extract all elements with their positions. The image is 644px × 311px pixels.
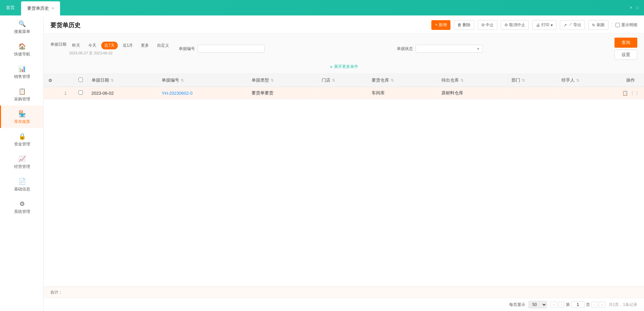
print-button[interactable]: 🖨 打印 ▾: [532, 20, 556, 30]
sidebar-item-search-menu[interactable]: 🔍 搜索菜单: [0, 15, 43, 38]
window-maximize-icon[interactable]: □: [636, 5, 639, 10]
page-unit: 页: [586, 302, 590, 308]
row-actions: 📋 ⋮⋮: [622, 90, 640, 96]
sidebar-item-quick-nav[interactable]: 🏠 快捷导航: [0, 38, 43, 60]
expand-more-icon: ∨: [330, 64, 333, 69]
date-preset-1month[interactable]: 近1月: [120, 42, 136, 49]
col-header-department[interactable]: 部门 ⇅: [507, 74, 557, 87]
stop-button[interactable]: ⊘ 中止: [478, 20, 497, 30]
row-store-cell: [317, 87, 367, 99]
row-checkbox[interactable]: [78, 90, 83, 95]
window-close-icon[interactable]: ×: [630, 5, 632, 10]
purchase-mgmt-icon: 📋: [18, 88, 26, 95]
sidebar-item-quick-nav-label: 快捷导航: [14, 51, 30, 57]
col-header-doc-type[interactable]: 单据类型 ⇅: [247, 74, 317, 87]
last-page-button[interactable]: »: [599, 302, 605, 308]
filter-row-1: 单据日期 昨天 今天 近7天 近1月 更多 自定义 2: [50, 38, 637, 60]
doc-number-input[interactable]: [198, 45, 265, 53]
col-department-sort-icon: ⇅: [522, 78, 525, 83]
col-header-doc-number[interactable]: 单据编号 ⇅: [158, 74, 248, 87]
col-header-date[interactable]: 单据日期 ⇅: [87, 74, 158, 87]
tab-requisition-history-label: 要货单历史: [27, 5, 49, 11]
page-title: 要货单历史: [50, 21, 80, 29]
display-detail-text: 显示明细: [621, 22, 637, 28]
row-more-icon[interactable]: ⋮⋮: [630, 90, 639, 96]
sidebar-item-purchase-mgmt[interactable]: 📋 采购管理: [0, 83, 43, 105]
sidebar-item-operations-label: 经营管理: [14, 164, 30, 170]
col-header-req-warehouse[interactable]: 要货仓库 ⇅: [367, 74, 437, 87]
page-input[interactable]: [571, 301, 585, 308]
new-button[interactable]: + 新增: [431, 20, 450, 30]
date-preset-custom[interactable]: 自定义: [154, 42, 172, 49]
col-store-label: 门店: [322, 77, 330, 83]
date-preset-7days[interactable]: 近7天: [101, 42, 118, 49]
row-doc-number-cell: YH-20230602-0: [158, 87, 248, 99]
col-store-sort-icon: ⇅: [332, 78, 335, 83]
next-page-button[interactable]: ›: [591, 302, 597, 308]
print-dropdown-icon: ▾: [551, 23, 553, 28]
tab-close-icon[interactable]: ×: [52, 6, 54, 11]
sidebar-item-system-mgmt[interactable]: ⚙ 系统管理: [0, 195, 43, 218]
delete-button[interactable]: 🗑 删除: [454, 20, 474, 30]
row-edit-icon[interactable]: 📋: [622, 90, 628, 96]
prev-page-button[interactable]: ‹: [558, 302, 565, 308]
col-date-label: 单据日期: [92, 77, 109, 83]
sidebar: 🔍 搜索菜单 🏠 快捷导航 📊 销售管理 📋 采购管理 🏪 库存核算 🔒: [0, 15, 44, 311]
col-header-check: [74, 74, 87, 87]
sidebar-item-sales-label: 销售管理: [14, 74, 30, 80]
sidebar-item-inventory[interactable]: 🏪 库存核算: [0, 105, 43, 128]
col-header-setting[interactable]: ⚙: [44, 74, 57, 87]
tab-requisition-history[interactable]: 要货单历史 ×: [21, 1, 60, 17]
col-doc-number-sort-icon: ⇅: [181, 78, 184, 83]
table-container: ⚙ 单据日期 ⇅: [44, 74, 644, 286]
sidebar-item-sales-mgmt[interactable]: 📊 销售管理: [0, 60, 43, 83]
col-header-actions: 操作: [617, 74, 644, 87]
sidebar-item-inventory-label: 库存核算: [14, 119, 30, 125]
print-icon: 🖨: [536, 23, 540, 28]
top-bar: 首页 要货单历史 × × □: [0, 0, 644, 15]
date-presets: 昨天 今天 近7天 近1月 更多 自定义: [69, 42, 172, 49]
table-row: 1 2023-06-02 YH-20230602-0 要货单要货: [44, 87, 644, 99]
select-all-checkbox[interactable]: [78, 78, 83, 82]
status-select[interactable]: 待处理 已完成 已取消: [416, 45, 483, 53]
refresh-button[interactable]: ↻ 刷新: [588, 20, 608, 30]
cancel-stop-button[interactable]: ⊘ 取消中止: [501, 20, 529, 30]
sidebar-item-base-info[interactable]: 📄 基础信息: [0, 173, 43, 195]
display-detail-checkbox[interactable]: [615, 23, 620, 27]
first-page-button[interactable]: «: [550, 302, 557, 308]
export-button[interactable]: ↗ ↗ 导出: [560, 20, 585, 30]
tab-home[interactable]: 首页: [0, 0, 21, 15]
doc-number-filter: 单据编号: [179, 45, 390, 53]
row-doc-type-cell: 要货单要货: [247, 87, 317, 99]
sidebar-item-system-label: 系统管理: [14, 209, 30, 215]
sidebar-item-base-info-label: 基础信息: [14, 186, 30, 192]
filter-area: 单据日期 昨天 今天 近7天 近1月 更多 自定义 2: [44, 34, 644, 74]
page-size-select[interactable]: 20 50 100: [529, 301, 547, 308]
expand-more-row[interactable]: ∨ 展开更多条件: [50, 62, 637, 71]
doc-number-label: 单据编号: [179, 46, 195, 52]
col-header-handler[interactable]: 经手人 ⇅: [557, 74, 617, 87]
row-date-cell: 2023-06-02: [87, 87, 158, 99]
tab-home-label: 首页: [6, 5, 15, 11]
col-req-warehouse-label: 要货仓库: [372, 77, 389, 83]
date-preset-today[interactable]: 今天: [85, 42, 99, 49]
row-doc-number-link[interactable]: YH-20230602-0: [162, 91, 193, 96]
query-button[interactable]: 查询: [614, 38, 637, 48]
date-preset-more[interactable]: 更多: [138, 42, 152, 49]
date-preset-yesterday[interactable]: 昨天: [69, 42, 83, 49]
sidebar-item-operations-mgmt[interactable]: 📈 经营管理: [0, 150, 43, 173]
date-filter-group: 单据日期 昨天 今天 近7天 近1月 更多 自定义 2: [50, 42, 172, 56]
page-content: 要货单历史 + 新增 🗑 删除 ⊘ 中止 ⊘ 取消中止 🖨 打印 ▾ ↗: [44, 15, 644, 311]
col-header-pending-warehouse[interactable]: 待出仓库 ⇅: [437, 74, 507, 87]
col-header-store[interactable]: 门店 ⇅: [317, 74, 367, 87]
page-nav: « ‹ 第 页 › »: [550, 301, 605, 308]
footer-total-label: 合计：: [50, 290, 62, 295]
settings-button[interactable]: 设置: [614, 50, 637, 60]
sidebar-item-finance-mgmt[interactable]: 🔒 资金管理: [0, 128, 43, 150]
sidebar-item-finance-label: 资金管理: [14, 141, 30, 147]
print-label: 打印: [541, 22, 549, 28]
table-header-row: ⚙ 单据日期 ⇅: [44, 74, 644, 87]
row-pending-warehouse-cell: 原材料仓库: [437, 87, 507, 99]
col-pending-warehouse-sort-icon: ⇅: [461, 78, 464, 83]
data-table: ⚙ 单据日期 ⇅: [44, 74, 644, 99]
